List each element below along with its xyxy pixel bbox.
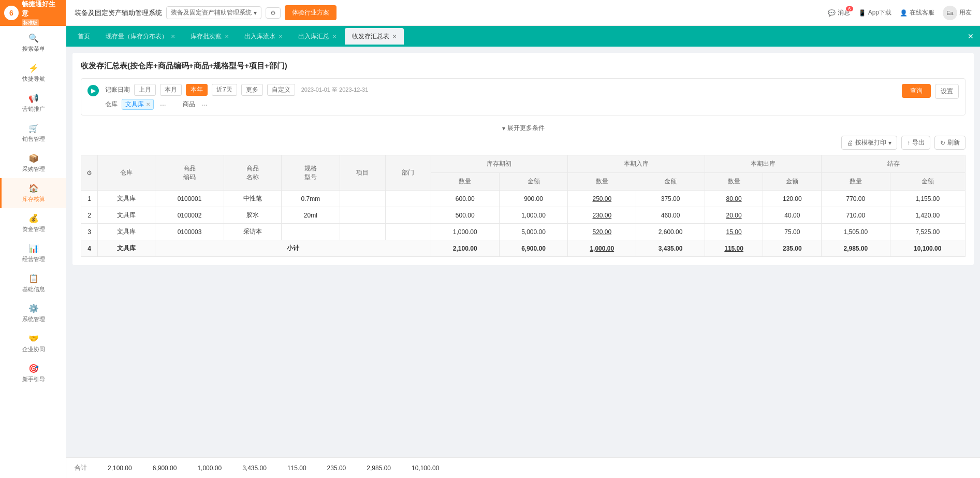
sidebar-item-quick_nav[interactable]: ⚡快捷导航 <box>0 58 66 88</box>
date-7days-btn[interactable]: 近7天 <box>212 84 237 96</box>
row-bal-qty: 710.00 <box>822 207 890 224</box>
row-open-amt: 5,000.00 <box>499 224 567 240</box>
chevron-down-icon: ▾ <box>502 125 505 132</box>
sidebar-item-label: 营销推广 <box>22 105 45 113</box>
date-range: 2023-01-01 至 2023-12-31 <box>301 86 369 94</box>
tab-close-in_out_flow[interactable]: ✕ <box>279 34 283 39</box>
query-button[interactable]: 查询 <box>902 84 931 98</box>
sidebar-item-label: 快捷导航 <box>22 75 45 83</box>
tab-close-batch_ledger[interactable]: ✕ <box>225 34 229 39</box>
open-qty-header: 数量 <box>431 173 499 191</box>
tab-label: 出入库流水 <box>244 32 275 41</box>
row-out-qty[interactable]: 80.00 <box>705 191 763 207</box>
print-button[interactable]: 🖨 按模板打印 ▾ <box>841 136 897 150</box>
sidebar-item-label: 采购管理 <box>22 165 45 173</box>
sidebar-item-inventory[interactable]: 🏠库存核算 <box>0 178 66 208</box>
row-out-amt: 40.00 <box>763 207 822 224</box>
top-header: 装备及固定资产辅助管理系统 装备及固定资产辅助管理系统 ▾ ⚙ 体验行业方案 💬… <box>66 0 980 26</box>
row-in-qty[interactable]: 520.00 <box>568 224 636 240</box>
avatar: Ea <box>943 6 957 20</box>
row-in-qty[interactable]: 250.00 <box>568 191 636 207</box>
inventory-icon: 🏠 <box>28 183 39 193</box>
gear-icon: ⚙ <box>270 9 276 17</box>
row-bal-amt: 1,420.00 <box>890 207 965 224</box>
row-open-qty: 1,000.00 <box>431 224 499 240</box>
row-in-qty[interactable]: 230.00 <box>568 207 636 224</box>
sidebar-item-guide[interactable]: 🎯新手引导 <box>0 358 66 388</box>
sub-in-qty[interactable]: 1,000.00 <box>568 240 636 257</box>
table-row: 3 文具库 0100003 采访本 1,000.00 5,000.00 520.… <box>81 224 966 240</box>
sub-out-qty[interactable]: 115.00 <box>705 240 763 257</box>
sidebar-item-label: 企业协同 <box>22 345 45 353</box>
warehouse-more-btn[interactable]: ··· <box>158 100 168 109</box>
sidebar-item-marketing[interactable]: 📢营销推广 <box>0 88 66 118</box>
message-action[interactable]: 💬 消息 6 <box>828 8 850 17</box>
date-prev-month-btn[interactable]: 上月 <box>134 84 156 96</box>
date-this-year-btn[interactable]: 本年 <box>186 84 208 96</box>
system-dropdown[interactable]: 装备及固定资产辅助管理系统 ▾ <box>166 6 261 19</box>
date-more-btn[interactable]: 更多 <box>241 84 263 96</box>
system-icon: ⚙️ <box>28 303 39 313</box>
tab-close-inventory_dist[interactable]: ✕ <box>171 34 175 39</box>
online-service-action[interactable]: 👤 在线客服 <box>900 8 934 17</box>
row-out-qty[interactable]: 15.00 <box>705 224 763 240</box>
phone-icon: 📱 <box>858 9 866 17</box>
table-row: 2 文具库 0100002 胶水 20ml 500.00 1,000.00 23… <box>81 207 966 224</box>
sidebar-item-system[interactable]: ⚙️系统管理 <box>0 298 66 328</box>
sidebar-logo: 6 畅捷通好生意 标准版 <box>0 0 66 26</box>
settings-col-header[interactable]: ⚙ <box>81 155 98 191</box>
table-row: 1 文具库 0100001 中性笔 0.7mm 600.00 900.00 25… <box>81 191 966 207</box>
warehouse-label: 仓库 <box>105 100 118 109</box>
tab-in_out_flow[interactable]: 出入库流水✕ <box>237 28 290 45</box>
refresh-button[interactable]: ↻ 刷新 <box>934 136 966 150</box>
warehouse-tag-close[interactable]: ✕ <box>146 102 150 107</box>
date-this-month-btn[interactable]: 本月 <box>160 84 182 96</box>
sub-open-amt: 6,900.00 <box>499 240 567 257</box>
tab-inventory_dist[interactable]: 现存量（库存分布表）✕ <box>98 28 182 45</box>
sidebar-item-label: 销售管理 <box>22 135 45 143</box>
filter-settings-button[interactable]: 设置 <box>935 84 959 99</box>
base_info-icon: 📋 <box>28 273 39 283</box>
user-action[interactable]: Ea 用友 <box>943 6 972 20</box>
sidebar-item-label: 基础信息 <box>22 285 45 293</box>
tab-batch_ledger[interactable]: 库存批次账✕ <box>183 28 236 45</box>
row-out-qty[interactable]: 20.00 <box>705 207 763 224</box>
tab-in_out_summary[interactable]: 出入库汇总✕ <box>291 28 344 45</box>
sidebar-item-search[interactable]: 🔍搜索菜单 <box>0 28 66 58</box>
tab-home[interactable]: 首页 <box>70 28 97 45</box>
sub-bal-amt: 10,100.00 <box>890 240 965 257</box>
date-filter-row: 记账日期 上月 本月 本年 近7天 更多 自定义 2023-01-01 至 20… <box>105 84 368 96</box>
tab-receive_send[interactable]: 收发存汇总表✕ <box>345 28 404 45</box>
finance-icon: 💰 <box>28 213 39 223</box>
warehouse-col-header: 仓库 <box>98 155 155 191</box>
sidebar-item-purchase[interactable]: 📦采购管理 <box>0 148 66 178</box>
export-button[interactable]: ↑ 导出 <box>901 136 930 150</box>
guide-icon: 🎯 <box>28 364 39 373</box>
tab-label: 出入库汇总 <box>298 32 329 41</box>
goods-more-btn[interactable]: ··· <box>199 100 210 109</box>
sidebar-item-base_info[interactable]: 📋基础信息 <box>0 268 66 298</box>
chevron-down-icon: ▾ <box>888 139 891 147</box>
sub-no: 4 <box>81 240 98 257</box>
row-name: 中性笔 <box>224 191 281 207</box>
sidebar-item-sales[interactable]: 🛒销售管理 <box>0 118 66 148</box>
sidebar-item-enterprise[interactable]: 🤝企业协同 <box>0 328 66 358</box>
tab-close-in_out_summary[interactable]: ✕ <box>332 34 337 39</box>
experience-button[interactable]: 体验行业方案 <box>285 5 337 20</box>
filter-expand-btn[interactable]: ▶ <box>87 85 99 96</box>
expand-more-row[interactable]: ▾ 展开更多条件 <box>81 121 966 136</box>
tab-bar-close-all[interactable]: ✕ <box>966 30 976 42</box>
quick_nav-icon: ⚡ <box>28 63 39 73</box>
row-code: 0100003 <box>155 224 224 240</box>
settings-dropdown[interactable]: ⚙ <box>266 7 281 19</box>
sidebar-item-finance[interactable]: 💰资金管理 <box>0 208 66 238</box>
sales-icon: 🛒 <box>28 123 39 133</box>
date-custom-btn[interactable]: 自定义 <box>267 84 295 96</box>
sidebar-item-operation[interactable]: 📊经营管理 <box>0 238 66 268</box>
date-label: 记账日期 <box>105 85 130 94</box>
balance-group-header: 结存 <box>822 155 966 173</box>
app-download-action[interactable]: 📱 App下载 <box>858 8 891 17</box>
page-card: 收发存汇总表(按仓库+商品编码+商品+规格型号+项目+部门) ▶ 记账日期 上月… <box>72 53 974 265</box>
tab-close-receive_send[interactable]: ✕ <box>392 34 397 39</box>
tab-bar: 首页现存量（库存分布表）✕库存批次账✕出入库流水✕出入库汇总✕收发存汇总表✕✕ <box>66 26 980 47</box>
